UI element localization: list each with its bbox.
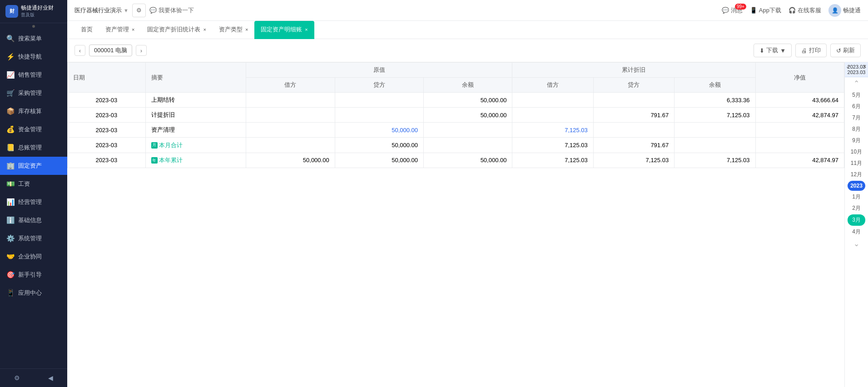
- tab-depreciation[interactable]: 固定资产折旧统计表 ×: [141, 21, 212, 39]
- print-button[interactable]: 🖨 打印: [795, 44, 827, 57]
- settings-button[interactable]: ⚙: [10, 372, 24, 383]
- experience-button[interactable]: 💬 我要体验一下: [149, 6, 194, 15]
- sidebar-item-search[interactable]: 🔍 搜索菜单: [0, 30, 67, 48]
- th-date: 日期: [68, 63, 146, 93]
- timeline-month-6[interactable]: 6月: [845, 101, 868, 112]
- company-name: 医疗器械行业演示: [74, 6, 122, 15]
- tab-asset-detail-label: 固定资产明细账: [261, 25, 302, 34]
- guide-icon: 🎯: [6, 271, 15, 279]
- tab-depreciation-close[interactable]: ×: [203, 27, 206, 32]
- timeline-month-8[interactable]: 8月: [845, 124, 868, 135]
- tab-asset-detail-close[interactable]: ×: [305, 27, 308, 32]
- sidebar-item-label: 销售管理: [18, 71, 42, 79]
- timeline-month-1[interactable]: 1月: [845, 191, 868, 203]
- timeline-month-12[interactable]: 12月: [845, 169, 868, 180]
- timeline-up-button[interactable]: ⌃: [845, 77, 868, 89]
- sidebar-item-basic-info[interactable]: ℹ️ 基础信息: [0, 211, 67, 229]
- company-selector[interactable]: 医疗器械行业演示 ▼: [74, 6, 129, 15]
- app-logo: 财 畅捷通好业财 普及版: [0, 0, 67, 23]
- cell-ov-credit: 50,000.00: [335, 138, 423, 153]
- sidebar-item-fixed-assets[interactable]: 🏢 固定资产: [0, 157, 67, 175]
- sidebar-item-label: 应用中心: [18, 289, 42, 297]
- timeline-month-3-active[interactable]: 3月: [848, 214, 865, 226]
- sidebar-item-inventory[interactable]: 📦 库存核算: [0, 102, 67, 120]
- sidebar-item-label: 快捷导航: [18, 53, 42, 61]
- sidebar-item-guide[interactable]: 🎯 新手引导: [0, 266, 67, 284]
- tab-asset-detail[interactable]: 固定资产明细账 ×: [254, 21, 314, 39]
- sidebar-scrollbar-top[interactable]: [32, 25, 35, 28]
- sidebar-item-label: 基础信息: [18, 216, 42, 224]
- timeline-month-11[interactable]: 11月: [845, 158, 868, 169]
- username-label: 畅捷通: [843, 6, 861, 15]
- print-label: 打印: [809, 46, 821, 55]
- timeline-month-9[interactable]: 9月: [845, 135, 868, 146]
- toolbar-right: ⬇ 下载 ▼ 🖨 打印 ↺ 刷新: [754, 44, 861, 57]
- data-table: 日期 摘要 原值 累计折旧 净值 借方 贷方 余额 借方 贷方 余额: [67, 62, 844, 387]
- user-avatar[interactable]: 👤 畅捷通: [828, 4, 861, 17]
- sidebar-item-label: 资金管理: [18, 125, 42, 134]
- table-row: 2023-03 上期结转 50,000.00 6,333.36 43,666.6…: [68, 93, 844, 108]
- cell-desc: 年 本年累计: [145, 153, 246, 168]
- download-label: 下载: [766, 46, 778, 55]
- cell-net-value: 42,874.97: [755, 108, 844, 123]
- timeline-header: ✕ ⤢ 2023.03 2023.03: [845, 62, 868, 77]
- prev-asset-button[interactable]: ‹: [74, 45, 85, 56]
- logo-icon: 财: [5, 5, 18, 18]
- sidebar-item-label: 固定资产: [18, 162, 42, 170]
- timeline-close-icon[interactable]: ✕: [863, 64, 867, 69]
- sidebar-item-app-center[interactable]: 📱 应用中心: [0, 284, 67, 302]
- sidebar-item-finance[interactable]: 💰 资金管理: [0, 120, 67, 139]
- sidebar-item-label: 新手引导: [18, 271, 42, 279]
- sidebar-item-system[interactable]: ⚙️ 系统管理: [0, 229, 67, 248]
- enterprise-icon: 🤝: [6, 253, 15, 261]
- tab-home[interactable]: 首页: [74, 21, 99, 39]
- timeline-year-label[interactable]: 2023: [848, 181, 865, 191]
- messages-badge: 99+: [735, 4, 746, 10]
- sidebar-item-label: 总账管理: [18, 144, 42, 152]
- sidebar-item-sales[interactable]: 📈 销售管理: [0, 66, 67, 84]
- sidebar-item-salary[interactable]: 💵 工资: [0, 175, 67, 193]
- collapse-button[interactable]: ◀: [45, 372, 57, 383]
- topbar-settings-button[interactable]: ⚙: [132, 4, 146, 17]
- messages-button[interactable]: 💬 消息 99+: [722, 6, 743, 15]
- timeline-month-7[interactable]: 7月: [845, 112, 868, 124]
- sidebar-item-label: 搜索菜单: [18, 35, 42, 43]
- timeline-down-button[interactable]: ⌄: [845, 238, 868, 250]
- tab-bar: 首页 资产管理 × 固定资产折旧统计表 × 资产类型 × 固定资产明细账 ×: [67, 21, 868, 39]
- timeline-month-2[interactable]: 2月: [845, 203, 868, 214]
- tab-asset-type-close[interactable]: ×: [245, 27, 248, 32]
- cell-ov-debit: [246, 93, 335, 108]
- cell-ov-debit: [246, 138, 335, 153]
- sidebar-item-enterprise[interactable]: 🤝 企业协同: [0, 248, 67, 266]
- sidebar-item-operations[interactable]: 📊 经营管理: [0, 193, 67, 211]
- settings-gear-icon: ⚙: [136, 7, 142, 14]
- timeline-month-5[interactable]: 5月: [845, 89, 868, 101]
- asset-code-badge: 000001 电脑: [89, 45, 132, 56]
- timeline-month-10[interactable]: 10月: [845, 146, 868, 158]
- tab-asset-mgmt[interactable]: 资产管理 ×: [99, 21, 141, 39]
- avatar-image: 👤: [828, 4, 841, 17]
- cell-ad-debit: 7,125.03: [512, 138, 593, 153]
- th-original-value: 原值: [246, 63, 512, 78]
- timeline-expand-icon[interactable]: ⤢: [846, 64, 850, 69]
- table-row: 2023-03 年 本年累计 50,000.00 50,000.00 50,00…: [68, 153, 844, 168]
- download-button[interactable]: ⬇ 下载 ▼: [754, 44, 792, 57]
- cell-ad-credit: [593, 123, 674, 138]
- sidebar-item-quick-nav[interactable]: ⚡ 快捷导航: [0, 48, 67, 66]
- support-button[interactable]: 🎧 在线客服: [789, 6, 821, 15]
- refresh-button[interactable]: ↺ 刷新: [830, 44, 861, 57]
- sidebar-item-purchase[interactable]: 🛒 采购管理: [0, 84, 67, 102]
- th-ov-balance: 余额: [424, 78, 512, 93]
- download-button[interactable]: 📱 App下载: [750, 6, 781, 15]
- timeline-month-4[interactable]: 4月: [845, 226, 868, 238]
- print-icon: 🖨: [801, 47, 807, 54]
- page-content: ‹ 000001 电脑 › ⬇ 下载 ▼ 🖨 打印 ↺ 刷新: [67, 39, 868, 387]
- cell-ov-balance: 50,000.00: [424, 93, 512, 108]
- cell-net-value: [755, 123, 844, 138]
- cell-desc: 月 本月合计: [145, 138, 246, 153]
- tab-asset-mgmt-close[interactable]: ×: [132, 27, 134, 32]
- tab-asset-type[interactable]: 资产类型 ×: [213, 21, 254, 39]
- sidebar-item-ledger[interactable]: 📒 总账管理: [0, 139, 67, 157]
- next-asset-button[interactable]: ›: [136, 45, 147, 56]
- cell-net-value: [755, 138, 844, 153]
